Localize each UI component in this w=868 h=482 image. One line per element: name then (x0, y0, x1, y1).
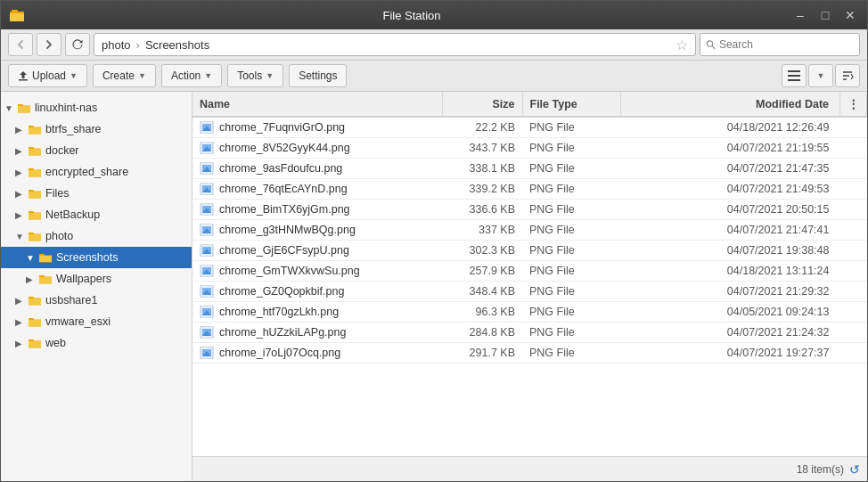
wallpapers-expand-arrow: ▶ (26, 274, 38, 284)
file-icon (200, 224, 214, 236)
table-row[interactable]: chrome_8V52GyyK44.png343.7 KBPNG File04/… (192, 138, 867, 159)
file-more (840, 117, 867, 138)
tools-button[interactable]: Tools ▼ (227, 64, 283, 87)
sidebar-item-root[interactable]: ▼ linuxhint-nas (1, 97, 192, 118)
file-size: 348.4 KB (442, 282, 522, 302)
table-row[interactable]: chrome_GZ0Qopkbif.png348.4 KBPNG File04/… (192, 282, 867, 302)
usbshare1-expand-arrow: ▶ (15, 296, 28, 306)
sort-button[interactable] (835, 64, 860, 87)
col-date[interactable]: Modified Date (620, 92, 840, 117)
file-more (840, 200, 867, 220)
view-dropdown-button[interactable]: ▼ (808, 64, 833, 87)
file-icon (200, 203, 214, 216)
file-date: 04/07/2021 19:38:48 (620, 241, 840, 261)
file-name: chrome_hUZzkiLAPg.png (219, 326, 346, 339)
file-date: 04/07/2021 21:19:55 (620, 138, 840, 159)
file-size: 257.9 KB (442, 261, 522, 282)
sidebar-item-netbackup[interactable]: ▶NetBackup (1, 204, 192, 225)
wallpapers-label: Wallpapers (56, 273, 111, 285)
sidebar-item-files[interactable]: ▶Files (1, 183, 192, 204)
status-refresh-button[interactable]: ↺ (849, 462, 860, 477)
sidebar-item-wallpapers[interactable]: ▶Wallpapers (1, 268, 192, 290)
file-name: chrome_BimTX6yjGm.png (219, 203, 350, 216)
sidebar-item-vmware_esxi[interactable]: ▶vmware_esxi (1, 311, 192, 332)
vmware_esxi-expand-arrow: ▶ (15, 317, 28, 327)
bookmark-star[interactable]: ☆ (676, 37, 688, 53)
col-type[interactable]: File Type (522, 92, 620, 117)
svg-rect-1 (10, 13, 24, 21)
file-type: PNG File (522, 179, 620, 200)
table-row[interactable]: chrome_g3tHNMwBQg.png337 KBPNG File04/07… (192, 220, 867, 241)
svg-rect-7 (788, 75, 800, 77)
btrfs_share-folder-icon (28, 123, 42, 135)
search-box[interactable] (700, 33, 860, 56)
table-row[interactable]: chrome_9asFdoufcu.png338.1 KBPNG File04/… (192, 159, 867, 179)
table-row[interactable]: chrome_7FuqnviGrO.png22.2 KBPNG File04/1… (192, 117, 867, 138)
file-table[interactable]: Name Size File Type Modified Date ⋮ chro… (192, 92, 867, 456)
maximize-button[interactable]: □ (815, 5, 835, 25)
settings-button[interactable]: Settings (289, 64, 347, 87)
status-bar: 18 item(s) ↺ (192, 456, 867, 481)
file-name: chrome_g3tHNMwBQg.png (219, 224, 356, 236)
table-row[interactable]: chrome_GjE6CFsypU.png302.3 KBPNG File04/… (192, 241, 867, 261)
file-name: chrome_7FuqnviGrO.png (219, 121, 345, 134)
list-view-button[interactable] (782, 64, 807, 87)
docker-label: docker (45, 144, 79, 157)
table-row[interactable]: chrome_hUZzkiLAPg.png284.8 KBPNG File04/… (192, 323, 867, 343)
back-button[interactable] (8, 33, 33, 56)
upload-dropdown-arrow: ▼ (70, 71, 78, 80)
file-name: chrome_GZ0Qopkbif.png (219, 285, 344, 298)
col-name[interactable]: Name (192, 92, 442, 117)
root-expand-arrow: ▼ (4, 103, 17, 113)
photo-folder-icon (28, 230, 42, 242)
sidebar-item-photo[interactable]: ▼photo (1, 225, 192, 247)
netbackup-folder-icon (28, 208, 42, 221)
sidebar-item-web[interactable]: ▶web (1, 332, 192, 354)
screenshots-label: Screenshots (56, 251, 118, 264)
sidebar-item-screenshots[interactable]: ▼Screenshots (1, 247, 192, 268)
web-folder-icon (28, 337, 42, 349)
refresh-button[interactable] (65, 33, 90, 56)
screenshots-folder-icon (38, 251, 53, 264)
window-title: File Station (33, 9, 790, 22)
sidebar-item-encrypted_share[interactable]: ▶encrypted_share (1, 161, 192, 183)
file-icon (200, 162, 214, 175)
file-name: chrome_i7oLj07Ocq.png (219, 347, 340, 359)
upload-button[interactable]: Upload ▼ (8, 64, 87, 87)
col-more[interactable]: ⋮ (840, 92, 867, 117)
usbshare1-label: usbshare1 (45, 294, 97, 306)
wallpapers-folder-icon (38, 273, 53, 285)
file-icon (200, 326, 214, 339)
file-icon (200, 285, 214, 298)
sidebar-item-docker[interactable]: ▶docker (1, 140, 192, 161)
sidebar-item-usbshare1[interactable]: ▶usbshare1 (1, 290, 192, 311)
address-bar[interactable]: photo › Screenshots ☆ (94, 33, 696, 56)
minimize-button[interactable]: – (790, 5, 810, 25)
upload-icon (18, 70, 29, 81)
table-row[interactable]: chrome_BimTX6yjGm.png336.6 KBPNG File04/… (192, 200, 867, 220)
search-input[interactable] (719, 38, 854, 51)
file-date: 04/07/2021 21:47:41 (620, 220, 840, 241)
file-date: 04/07/2021 21:29:32 (620, 282, 840, 302)
table-row[interactable]: chrome_i7oLj07Ocq.png291.7 KBPNG File04/… (192, 343, 867, 364)
table-row[interactable]: chrome_GmTWXkvwSu.png257.9 KBPNG File04/… (192, 261, 867, 282)
files-label: Files (45, 187, 69, 200)
netbackup-label: NetBackup (45, 208, 100, 221)
table-row[interactable]: chrome_76qtEcAYnD.png339.2 KBPNG File04/… (192, 179, 867, 200)
table-row[interactable]: chrome_htf70gzLkh.png96.3 KBPNG File04/0… (192, 302, 867, 323)
col-size[interactable]: Size (442, 92, 522, 117)
screenshots-expand-arrow: ▼ (26, 253, 38, 263)
file-icon (200, 306, 214, 318)
close-button[interactable]: ✕ (840, 5, 860, 25)
create-button[interactable]: Create ▼ (93, 64, 156, 87)
file-date: 04/07/2021 20:50:15 (620, 200, 840, 220)
file-type: PNG File (522, 117, 620, 138)
file-name: chrome_GmTWXkvwSu.png (219, 265, 360, 277)
forward-button[interactable] (37, 33, 61, 56)
file-size: 291.7 KB (442, 343, 522, 364)
file-size: 336.6 KB (442, 200, 522, 220)
sidebar-item-btrfs_share[interactable]: ▶btrfs_share (1, 118, 192, 140)
file-name: chrome_8V52GyyK44.png (219, 142, 350, 154)
vmware_esxi-label: vmware_esxi (45, 315, 111, 328)
action-button[interactable]: Action ▼ (161, 64, 222, 87)
